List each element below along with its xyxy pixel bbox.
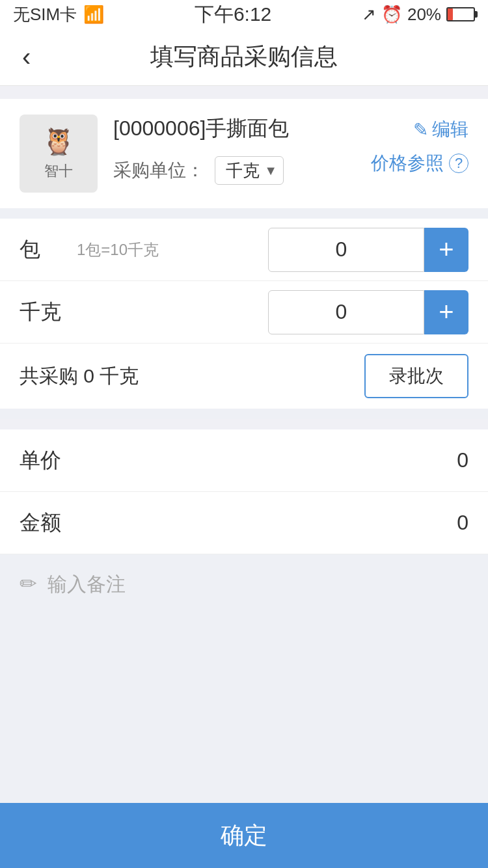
nav-bar: ‹ 填写商品采购信息 (0, 29, 488, 86)
status-left: 无SIM卡 📶 (13, 3, 104, 26)
location-icon: ↗ (362, 5, 376, 25)
bag-input-right: + (268, 228, 468, 272)
amount-label: 金额 (20, 509, 61, 537)
unit-price-value: 0 (457, 448, 468, 472)
product-card: 🦉 智十 [0000006]手撕面包 采购单位： 千克 包 ▼ 价格参照 ? ✎… (0, 99, 488, 208)
section-divider-2 (0, 409, 488, 419)
input-section: 包 1包=10千克 + 千克 + (0, 219, 488, 344)
carrier-text: 无SIM卡 (13, 3, 77, 26)
summary-row: 共采购 0 千克 录批次 (0, 344, 488, 409)
pencil-icon: ✏ (20, 571, 37, 596)
unit-price-row: 单价 0 (0, 429, 488, 492)
section-divider-1 (0, 208, 488, 219)
status-time: 下午6:12 (195, 1, 271, 28)
edit-label: 编辑 (432, 117, 468, 142)
note-section[interactable]: ✏ 输入备注 (0, 554, 488, 632)
amount-value: 0 (457, 511, 468, 535)
summary-text: 共采购 0 千克 (20, 363, 139, 390)
kg-input-right: + (268, 290, 468, 334)
kg-quantity-input[interactable] (268, 290, 424, 334)
unit-label: 采购单位： (113, 158, 204, 183)
batch-button[interactable]: 录批次 (364, 354, 468, 398)
bag-quantity-input[interactable] (268, 228, 424, 272)
wifi-icon: 📶 (83, 5, 104, 25)
product-image: 🦉 智十 (20, 115, 98, 193)
price-section: 单价 0 金额 0 (0, 429, 488, 554)
kg-label: 千克 (20, 298, 72, 327)
edit-icon: ✎ (413, 119, 428, 141)
bag-plus-button[interactable]: + (424, 228, 468, 272)
bag-input-row: 包 1包=10千克 + (0, 219, 488, 281)
status-right: ↗ ⏰ 20% (362, 5, 475, 25)
bag-sub-label: 1包=10千克 (77, 239, 159, 260)
battery-icon (446, 7, 475, 21)
product-logo-text: 智十 (44, 163, 73, 179)
bag-label: 包 (20, 236, 72, 264)
content-spacer (0, 632, 488, 828)
price-ref-button[interactable]: 价格参照 ? (371, 151, 468, 176)
unit-price-label: 单价 (20, 446, 61, 475)
kg-input-row: 千克 + (0, 281, 488, 344)
back-button[interactable]: ‹ (16, 36, 37, 78)
price-ref-help-icon: ? (449, 154, 468, 173)
amount-row: 金额 0 (0, 492, 488, 554)
battery-percent: 20% (407, 5, 441, 25)
status-bar: 无SIM卡 📶 下午6:12 ↗ ⏰ 20% (0, 0, 488, 29)
price-ref-label: 价格参照 (371, 151, 444, 176)
alarm-icon: ⏰ (381, 5, 402, 25)
note-placeholder-text: 输入备注 (47, 571, 126, 598)
unit-select-wrap[interactable]: 千克 包 ▼ (215, 156, 284, 185)
page-title: 填写商品采购信息 (150, 41, 338, 73)
kg-plus-button[interactable]: + (424, 290, 468, 334)
unit-select[interactable]: 千克 包 (215, 156, 284, 185)
edit-button[interactable]: ✎ 编辑 (413, 117, 468, 142)
product-logo-icon: 🦉 (42, 126, 75, 157)
confirm-button[interactable]: 确定 (0, 803, 488, 868)
